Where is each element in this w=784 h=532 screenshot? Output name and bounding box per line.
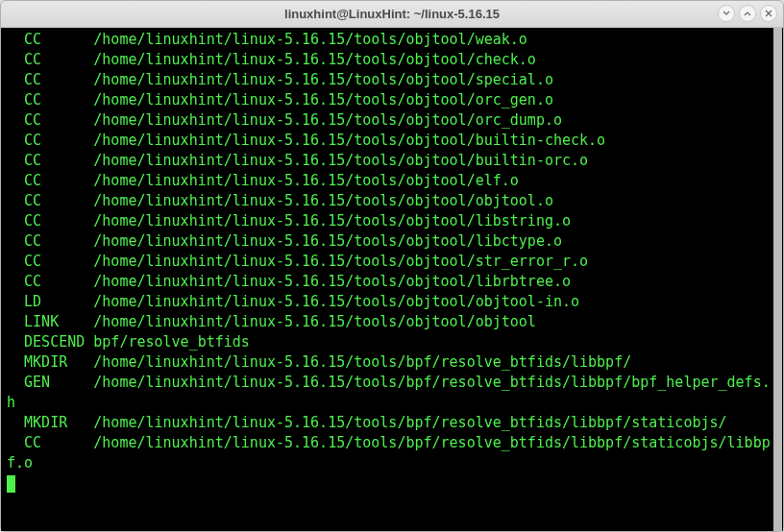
minimize-icon <box>722 9 731 18</box>
terminal-line: CC /home/linuxhint/linux-5.16.15/tools/o… <box>7 131 777 151</box>
terminal-line: CC /home/linuxhint/linux-5.16.15/tools/b… <box>7 433 777 473</box>
terminal-line: CC /home/linuxhint/linux-5.16.15/tools/o… <box>7 30 777 50</box>
terminal-body[interactable]: CC /home/linuxhint/linux-5.16.15/tools/o… <box>1 28 783 531</box>
terminal-line: CC /home/linuxhint/linux-5.16.15/tools/o… <box>7 191 777 211</box>
window-controls <box>718 5 777 22</box>
terminal-line: CC /home/linuxhint/linux-5.16.15/tools/o… <box>7 151 777 171</box>
window-title: linuxhint@LinuxHint: ~/linux-5.16.15 <box>284 7 500 21</box>
terminal-cursor-line <box>7 473 777 494</box>
terminal-line: MKDIR /home/linuxhint/linux-5.16.15/tool… <box>7 352 777 373</box>
terminal-output: CC /home/linuxhint/linux-5.16.15/tools/o… <box>7 30 777 494</box>
terminal-line: CC /home/linuxhint/linux-5.16.15/tools/o… <box>7 171 777 191</box>
close-icon <box>764 9 773 18</box>
terminal-line: CC /home/linuxhint/linux-5.16.15/tools/o… <box>7 231 777 252</box>
titlebar: linuxhint@LinuxHint: ~/linux-5.16.15 <box>1 1 783 28</box>
terminal-line: MKDIR /home/linuxhint/linux-5.16.15/tool… <box>7 413 777 433</box>
close-button[interactable] <box>760 5 777 22</box>
minimize-button[interactable] <box>718 5 735 22</box>
terminal-line: CC /home/linuxhint/linux-5.16.15/tools/o… <box>7 70 777 90</box>
scrollbar-thumb[interactable] <box>773 28 782 531</box>
terminal-line: CC /home/linuxhint/linux-5.16.15/tools/o… <box>7 211 777 231</box>
terminal-line: GEN /home/linuxhint/linux-5.16.15/tools/… <box>7 373 777 413</box>
terminal-window: linuxhint@LinuxHint: ~/linux-5.16.15 CC … <box>0 0 784 532</box>
terminal-line: LINK /home/linuxhint/linux-5.16.15/tools… <box>7 312 777 332</box>
terminal-line: CC /home/linuxhint/linux-5.16.15/tools/o… <box>7 110 777 131</box>
terminal-line: CC /home/linuxhint/linux-5.16.15/tools/o… <box>7 252 777 272</box>
maximize-icon <box>743 9 752 18</box>
terminal-line: CC /home/linuxhint/linux-5.16.15/tools/o… <box>7 272 777 292</box>
terminal-line: LD /home/linuxhint/linux-5.16.15/tools/o… <box>7 292 777 312</box>
maximize-button[interactable] <box>739 5 756 22</box>
terminal-cursor <box>7 475 15 493</box>
terminal-line: CC /home/linuxhint/linux-5.16.15/tools/o… <box>7 90 777 110</box>
terminal-line: DESCEND bpf/resolve_btfids <box>7 332 777 352</box>
terminal-line: CC /home/linuxhint/linux-5.16.15/tools/o… <box>7 50 777 70</box>
scrollbar[interactable] <box>773 28 782 531</box>
